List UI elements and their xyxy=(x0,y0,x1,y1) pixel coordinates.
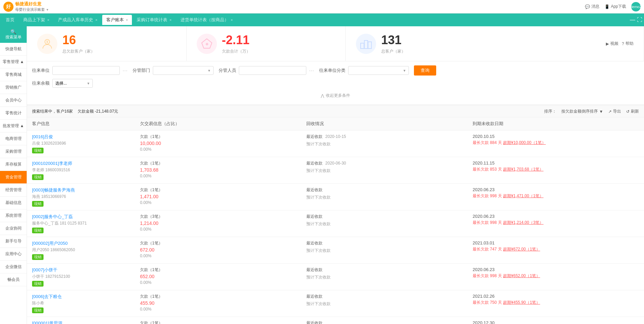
sidebar-item-new-guide[interactable]: 新手引导 xyxy=(0,235,27,248)
category-label: 往来单位分类 xyxy=(319,67,345,73)
balance-select[interactable]: 选择... xyxy=(52,79,93,88)
results-actions: 排序： 按欠款金额倒序排序 ▼ ↗ 导出 ↺ 刷新 xyxy=(544,109,639,114)
tab-product-history[interactable]: 产成品入库单历史 × xyxy=(54,15,101,25)
tab-product-offline[interactable]: 商品上下架 × xyxy=(19,15,53,25)
tab-close-customer-account[interactable]: × xyxy=(126,18,128,22)
overdue-link-5[interactable]: 超期¥652.00（1笔） xyxy=(503,273,540,278)
customer-name-4[interactable]: [000002]用户2050 xyxy=(32,240,140,246)
source-unit-input[interactable] xyxy=(52,66,120,75)
customer-contact-2: 海燕 18513066976 xyxy=(32,194,140,200)
person-dots[interactable]: ··· xyxy=(309,67,314,74)
debt-cell-1: 欠款（1笔） 1,703.68 0.00% xyxy=(140,160,306,178)
debt-amount-info: -2.11 欠款合计（万） xyxy=(222,33,250,54)
sidebar-item-system[interactable]: 系统管理 xyxy=(0,209,27,222)
tab-customer-account[interactable]: 客户账本 × xyxy=(102,15,132,25)
video-action[interactable]: ▶ 视频 xyxy=(606,41,618,47)
overdue-link-0[interactable]: 超期¥10,000.00（1笔） xyxy=(503,140,546,145)
category-select-wrap xyxy=(348,66,409,75)
customer-name-7[interactable]: [000001]黄思源 xyxy=(32,320,140,324)
filter-row-1: 往来单位 ··· 分管部门 ▼ 分管人员 ··· xyxy=(32,65,639,76)
app-icon: 📱 xyxy=(605,4,610,9)
tab-close-product-offline[interactable]: × xyxy=(47,18,49,22)
sidebar-item-marketing[interactable]: 营销推广 xyxy=(0,81,27,94)
sidebar-member-label: 会员中心 xyxy=(2,97,25,103)
total-customers-number: 131 xyxy=(381,33,405,47)
collapse-button[interactable]: ⋀ 收起更多条件 xyxy=(32,91,639,100)
sidebar-item-purchase[interactable]: 采购管理 xyxy=(0,145,27,158)
sidebar-item-retail-mall[interactable]: 零售商城 xyxy=(0,68,27,81)
due-cell-7: 2020.12.30 最长欠款 808 天 超期¥429.00（1笔） xyxy=(473,320,639,324)
message-icon: 💬 xyxy=(585,4,590,9)
customer-name-6[interactable]: [0006]去下粮仓 xyxy=(32,294,140,300)
tab-maximize-button[interactable]: ⛶ xyxy=(637,17,642,23)
tab-home[interactable]: 首页 xyxy=(2,15,19,25)
customer-contact-0: 吕俊 13026203696 xyxy=(32,141,140,146)
customer-badge-1: 现销 xyxy=(32,174,44,180)
dept-select[interactable] xyxy=(153,66,214,75)
svg-rect-4 xyxy=(361,43,364,49)
sidebar: 🔍 搜索菜单 快捷导航 零售管理 ▲ 零售商城 营销推广 会员中心 零售统计 批… xyxy=(0,26,27,324)
table: 客户信息 欠交易信息（占比） 回收情况 到期未收款日期 [0016]吕俊 吕俊 … xyxy=(27,117,644,324)
table-row: [000002]用户2050 用户2050 18665062050 现销 欠款（… xyxy=(27,237,644,264)
tab-close-purchase-order[interactable]: × xyxy=(169,18,171,22)
sidebar-quick-nav[interactable]: 快捷导航 xyxy=(0,43,27,56)
debt-customers-number: 16 xyxy=(62,33,95,47)
tab-close-product-history[interactable]: × xyxy=(95,18,97,22)
sidebar-capital-label: 资金管理 xyxy=(2,174,25,180)
sidebar-basic-info-label: 基础信息 xyxy=(2,200,25,206)
sidebar-retail-stats-label: 零售统计 xyxy=(2,110,25,116)
sidebar-item-retail-mgmt[interactable]: 零售管理 ▲ xyxy=(0,56,27,68)
sidebar-item-vip[interactable]: 畅会员 xyxy=(0,273,27,286)
tab-minimize-button[interactable]: — xyxy=(630,17,635,23)
overdue-link-6[interactable]: 超期¥455.90（1笔） xyxy=(503,300,540,305)
customer-name-3[interactable]: [0002]服务中心_丁磊 xyxy=(32,214,140,220)
help-icon: ? xyxy=(622,41,624,46)
overdue-link-1[interactable]: 超期¥1,703.68（1笔） xyxy=(503,167,543,172)
person-input[interactable] xyxy=(239,66,306,75)
sidebar-item-app-center[interactable]: 应用中心 xyxy=(0,248,27,261)
customer-badge-3: 现销 xyxy=(32,228,44,233)
category-select[interactable] xyxy=(348,66,409,75)
refresh-button[interactable]: ↺ 刷新 xyxy=(626,109,639,114)
user-profile[interactable]: demo2 xyxy=(631,2,641,11)
export-button[interactable]: ↗ 导出 xyxy=(608,109,621,114)
sort-button[interactable]: 按欠款金额倒序排序 ▼ xyxy=(561,109,603,114)
sidebar-item-enterprise-collab[interactable]: 企业协同 xyxy=(0,222,27,235)
sidebar-item-basic-info[interactable]: 基础信息 xyxy=(0,197,27,209)
sidebar-item-capital[interactable]: 资金管理 xyxy=(0,171,27,184)
sidebar-batch-mgmt-label: 批发管理 ▲ xyxy=(2,123,25,129)
source-unit-dots[interactable]: ··· xyxy=(122,67,128,74)
sidebar-item-member[interactable]: 会员中心 xyxy=(0,94,27,107)
overdue-link-4[interactable]: 超期¥672.00（1笔） xyxy=(503,247,540,252)
message-action[interactable]: 💬 消息 xyxy=(585,4,599,9)
customer-name-5[interactable]: [0007]小饼干 xyxy=(32,267,140,273)
overdue-link-2[interactable]: 超期¥1,471.00（1笔） xyxy=(503,194,543,198)
sidebar-item-enterprise-wx[interactable]: 企业微信 xyxy=(0,261,27,273)
debt-cell-0: 欠款（1笔） 10,000.00 0.00% xyxy=(140,134,306,152)
search-button[interactable]: 查询 xyxy=(414,65,436,76)
sidebar-item-inventory[interactable]: 库存核算 xyxy=(0,158,27,171)
sidebar-item-batch-mgmt[interactable]: 批发管理 ▲ xyxy=(0,120,27,132)
tab-close-purchase-stats[interactable]: × xyxy=(231,18,233,22)
debt-customers-label: 总欠款客户（家） xyxy=(62,49,95,54)
header-due-date: 到期未收款日期 xyxy=(473,121,639,127)
sidebar-search[interactable]: 🔍 搜索菜单 xyxy=(0,26,27,43)
app-download-action[interactable]: 📱 App下载 xyxy=(605,4,626,9)
customer-name-1[interactable]: [0001020001]李老师 xyxy=(32,160,140,167)
tab-purchase-stats[interactable]: 进货单统计表（按商品） × xyxy=(176,15,237,25)
sidebar-vip-label: 畅会员 xyxy=(2,277,25,283)
help-action[interactable]: ? 帮助 xyxy=(622,41,634,47)
overdue-link-3[interactable]: 超期¥1,214.00（3笔） xyxy=(503,220,543,225)
tab-purchase-order[interactable]: 采购订单统计表 × xyxy=(133,15,175,25)
customer-contact-1: 李老师 18600391516 xyxy=(32,167,140,173)
dept-label: 分管部门 xyxy=(133,67,150,73)
filter-area: 往来单位 ··· 分管部门 ▼ 分管人员 ··· xyxy=(27,61,644,104)
sidebar-item-ecommerce[interactable]: 电商管理 xyxy=(0,132,27,145)
customer-name-0[interactable]: [0016]吕俊 xyxy=(32,134,140,140)
sidebar-enterprise-collab-label: 企业协同 xyxy=(2,226,25,231)
sidebar-item-retail-stats[interactable]: 零售统计 xyxy=(0,107,27,120)
sidebar-item-ops[interactable]: 经营管理 xyxy=(0,184,27,197)
tab-bar-actions: — ⛶ xyxy=(630,17,642,23)
tab-bar: 首页 商品上下架 × 产成品入库单历史 × 客户账本 × 采购订单统计表 × 进… xyxy=(0,13,644,26)
customer-name-2[interactable]: [0003]畅捷服务尹海燕 xyxy=(32,187,140,193)
